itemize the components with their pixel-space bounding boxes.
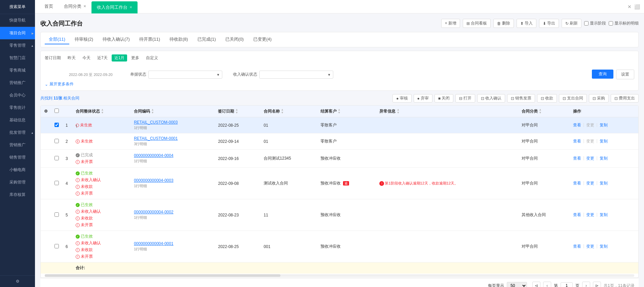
row2-copy[interactable]: 复制	[600, 138, 608, 144]
page-first-button[interactable]: ⊲	[532, 282, 540, 287]
new-button[interactable]: + 新增	[441, 19, 460, 28]
row5-code-link[interactable]: 0000000000004-0002	[134, 210, 211, 214]
status-tab-changed[interactable]: 已变更(4)	[249, 35, 276, 44]
row4-view[interactable]: 查看	[573, 180, 581, 186]
row1-view[interactable]: 查看	[573, 122, 581, 128]
sidebar-item-smart-store[interactable]: 智慧门店	[0, 52, 35, 64]
sidebar-quick-nav[interactable]: 快捷导航	[0, 14, 35, 27]
status-tab-closed[interactable]: 已关闭(0)	[221, 35, 248, 44]
sidebar-search[interactable]: 搜索菜单	[0, 0, 35, 14]
page-next-button[interactable]: ›	[582, 282, 590, 287]
row2-view[interactable]: 查看	[573, 138, 581, 144]
status-tab-all[interactable]: 全部(11)	[45, 35, 69, 44]
sales-invoice-button[interactable]: ⊡ 销售发票	[507, 94, 535, 102]
tab-income-workbench[interactable]: 收入合同工作台 ✕	[91, 1, 138, 13]
date-yesterday[interactable]: 昨天	[65, 54, 78, 62]
fee-out-button[interactable]: ⊡ 费用支出	[611, 94, 639, 102]
sidebar-settings[interactable]: ⚙	[0, 275, 35, 287]
row1-change[interactable]: 变更	[586, 122, 594, 128]
sort-contract-type[interactable]: ▲▼	[539, 108, 542, 114]
row1-code-link[interactable]: RETAIL_CUSTOM-0003	[134, 120, 211, 125]
tab-contract-cat-close[interactable]: ✕	[83, 4, 86, 8]
date-more[interactable]: 更多	[128, 54, 142, 62]
row4-change[interactable]: 变更	[586, 180, 594, 186]
abandon-button[interactable]: ● 弃审	[414, 94, 432, 102]
sort-settlement-customer[interactable]: ▲▼	[338, 108, 341, 114]
show-marks-input[interactable]	[609, 21, 613, 26]
sidebar-item-xiochang[interactable]: 小畅电商	[0, 164, 35, 176]
row4-copy[interactable]: 复制	[600, 180, 608, 186]
per-page-select[interactable]: 50	[507, 282, 527, 287]
row2-change[interactable]: 变更	[586, 138, 594, 144]
row5-view[interactable]: 查看	[573, 212, 581, 218]
row1-check[interactable]	[54, 123, 59, 127]
select-all-checkbox[interactable]	[54, 109, 59, 113]
refresh-button[interactable]: ↻ 刷新	[562, 19, 581, 28]
sidebar-item-retail-stat[interactable]: 零售统计	[0, 101, 35, 114]
tab-maximize[interactable]: ⬜	[634, 4, 640, 9]
print-button[interactable]: ⊟ 打开	[455, 94, 475, 102]
row5-check[interactable]	[54, 212, 59, 217]
sidebar-item-member[interactable]: 会员中心	[0, 89, 35, 101]
horizontal-scrollbar[interactable]	[45, 274, 634, 277]
sidebar-item-wholesale-mgmt[interactable]: 批发管理 ▲	[0, 126, 35, 139]
sidebar-item-marketing2[interactable]: 营销推广	[0, 139, 35, 151]
date-custom[interactable]: 自定义	[143, 54, 161, 62]
sort-sign-date[interactable]: ▲▼	[235, 108, 238, 114]
status-tab-pending-income[interactable]: 待收入确认(7)	[99, 35, 134, 44]
status-tab-pending-review[interactable]: 待审核(2)	[71, 35, 97, 44]
income-confirm-button[interactable]: ⊡ 收入确认	[477, 94, 505, 102]
sidebar-item-marketing[interactable]: 营销推广	[0, 77, 35, 89]
row4-code-link[interactable]: 0000000000004-0003	[134, 178, 211, 183]
show-fields-checkbox[interactable]: 显示阶段	[584, 20, 606, 26]
sidebar-item-project[interactable]: 项目合同 ▶	[0, 27, 35, 39]
scroll-thumb[interactable]	[45, 274, 280, 277]
page-input[interactable]	[561, 282, 573, 287]
doc-status-select[interactable]: ▼	[148, 71, 222, 79]
purchase-button[interactable]: ⊡ 采购	[589, 94, 609, 102]
row6-view[interactable]: 查看	[573, 244, 581, 249]
tab-home[interactable]: 首页	[39, 0, 59, 13]
export-button[interactable]: ⬇ 导出	[539, 19, 559, 28]
row2-code-link[interactable]: RETAIL_CUSTOM-0001	[134, 136, 211, 141]
contract-board-button[interactable]: ⊞ 合同看板	[463, 19, 491, 28]
close-button[interactable]: ■ 关闭	[434, 94, 453, 102]
page-prev-button[interactable]: ‹	[543, 282, 551, 287]
row6-change[interactable]: 变更	[586, 244, 594, 249]
page-last-button[interactable]: ⊳	[593, 282, 601, 287]
col-settings[interactable]: ⚙	[41, 106, 51, 117]
row3-code-link[interactable]: 0000000000004-0004	[134, 153, 211, 158]
sort-contract-code[interactable]: ▲▼	[151, 108, 154, 114]
income-status-select[interactable]: ▼	[259, 71, 333, 79]
row1-copy[interactable]: 复制	[600, 122, 608, 128]
row6-check[interactable]	[54, 244, 59, 248]
import-button[interactable]: ⬆ 导入	[517, 19, 536, 28]
row2-check[interactable]	[54, 139, 59, 143]
audit-button[interactable]: ● 审核	[392, 94, 411, 102]
sidebar-item-retail-mall[interactable]: 零售商城	[0, 64, 35, 77]
tab-contract-cat[interactable]: 合同分类 ✕	[59, 0, 91, 13]
status-tab-pending-invoice[interactable]: 待开票(11)	[135, 35, 164, 44]
sidebar-item-inventory[interactable]: 库存核算	[0, 189, 35, 201]
date-last7[interactable]: 近7天	[94, 54, 110, 62]
sidebar-item-retail-mgmt[interactable]: 零售管理 ▲	[0, 39, 35, 52]
row3-copy[interactable]: 复制	[600, 156, 608, 161]
status-tab-pending-collect[interactable]: 待收款(8)	[165, 35, 192, 44]
row3-change[interactable]: 变更	[586, 156, 594, 161]
expense-out-button[interactable]: ⊡ 支出合同	[559, 94, 587, 102]
show-marks-checkbox[interactable]: 显示标的明细	[609, 20, 639, 26]
show-fields-input[interactable]	[584, 21, 589, 26]
row6-code-link[interactable]: 0000000000004-0001	[134, 241, 211, 246]
filter-settings-button[interactable]: 设置	[616, 70, 634, 79]
row4-check[interactable]	[54, 181, 59, 185]
sort-abnormal-info[interactable]: ▲▼	[396, 108, 400, 114]
status-tab-completed[interactable]: 已完成(1)	[193, 35, 220, 44]
expand-more[interactable]: ⌄ 展开更多条件	[45, 81, 634, 87]
row3-view[interactable]: 查看	[573, 156, 581, 161]
date-today[interactable]: 今天	[80, 54, 93, 62]
tab-close-all[interactable]: ✕	[628, 4, 632, 9]
row5-change[interactable]: 变更	[586, 212, 594, 218]
sidebar-item-purchase-mgmt[interactable]: 采购管理	[0, 176, 35, 189]
sidebar-item-sales-mgmt[interactable]: 销售管理	[0, 151, 35, 164]
date-last1month[interactable]: 近1月	[112, 54, 127, 62]
